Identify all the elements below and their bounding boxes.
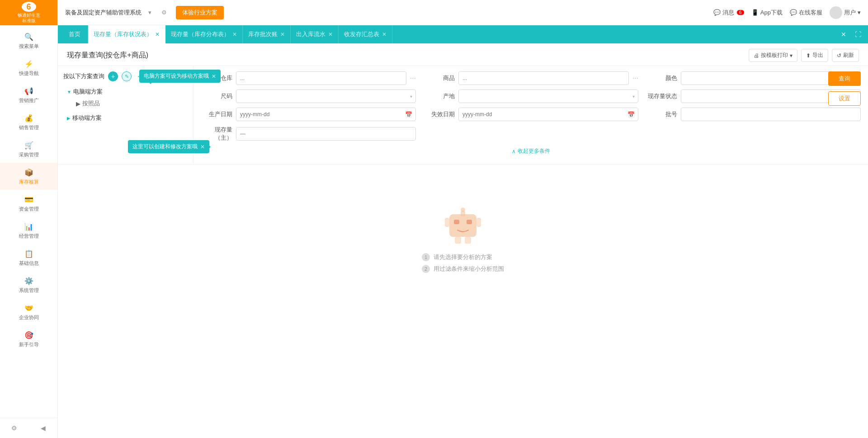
tab-inventory-status[interactable]: 现存量（库存状况表）✕: [88, 25, 165, 43]
scheme-desktop-item[interactable]: ▶ 按照品: [76, 98, 188, 109]
filter-scheme-panel: 按以下方案查询 + ✎ ← 电脑方案可设为移动方案哦 ✕ ▼: [58, 66, 193, 164]
sidebar-settings-btn[interactable]: ⚙: [8, 422, 21, 434]
nav-label-operations: 经营管理: [19, 233, 39, 240]
refresh-btn[interactable]: ↺ 刷新: [832, 49, 859, 62]
sidebar-item-inventory[interactable]: 📦 库存核算: [0, 163, 57, 190]
stock-main-input[interactable]: [236, 127, 416, 141]
expiry-date-input[interactable]: [458, 108, 638, 121]
sidebar-item-marketing[interactable]: 📢 营销推广: [0, 81, 57, 108]
export-btn[interactable]: ⬆ 导出: [801, 49, 828, 62]
empty-state: 1 请先选择要分析的方案 2 用过滤条件来缩小分析范围: [58, 165, 868, 313]
close-all-tabs-btn[interactable]: ✕: [837, 28, 850, 41]
online-support-btn[interactable]: 💬 在线客服: [790, 9, 822, 17]
sidebar-collapse-btn[interactable]: ◀: [37, 422, 49, 434]
content-area: 现存量查询(按仓库+商品) 🖨 按模板打印 ▾ ⬆ 导出 ↺ 刷新: [58, 43, 868, 438]
nav-label-guide: 快捷导航: [19, 70, 39, 77]
nav-icon-newbie: 🎯: [24, 330, 34, 340]
nav-label-basic: 基础信息: [19, 260, 39, 267]
sidebar-item-basic[interactable]: 📋 基础信息: [0, 244, 57, 271]
origin-label: 产地: [423, 92, 455, 100]
goods-more-btn[interactable]: ···: [632, 74, 638, 82]
logo-text: 畅通好生意 标准版: [18, 13, 40, 24]
warehouse-more-btn[interactable]: ···: [410, 74, 416, 82]
svg-rect-2: [467, 220, 472, 224]
filter-label: 按以下方案查询: [63, 72, 104, 80]
nav-label-inventory: 库存核算: [19, 179, 39, 185]
filter-batch-field: 批号: [646, 108, 861, 121]
sidebar-item-finance[interactable]: 💳 资金管理: [0, 190, 57, 217]
goods-label: 商品: [423, 74, 455, 82]
tooltip1-close-btn[interactable]: ✕: [212, 73, 216, 80]
nav-label-enterprise: 企业协同: [19, 314, 39, 321]
sidebar-item-newbie[interactable]: 🎯 新手引导: [0, 325, 57, 353]
size-select[interactable]: [236, 89, 416, 103]
sidebar-item-enterprise[interactable]: 🤝 企业协同: [0, 298, 57, 325]
tab-collect[interactable]: 收发存汇总表✕: [339, 25, 392, 43]
empty-step-1: 1 请先选择要分析的方案: [422, 253, 504, 261]
collapse-icon: ∧: [512, 148, 516, 155]
notification-label: 消息: [722, 9, 734, 17]
nav-icon-finance: 💳: [24, 194, 34, 204]
sidebar-item-operations[interactable]: 📊 经营管理: [0, 217, 57, 244]
tab-close-inventory-status[interactable]: ✕: [155, 31, 160, 38]
prod-date-input[interactable]: [236, 108, 416, 121]
query-btn[interactable]: 查询: [828, 71, 861, 86]
nav-icon-basic: 📋: [24, 249, 34, 259]
user-menu-btn[interactable]: 用户 ▾: [830, 6, 861, 19]
sidebar-item-system[interactable]: ⚙️ 系统管理: [0, 271, 57, 298]
warehouse-input[interactable]: [236, 71, 406, 85]
system-dropdown-btn[interactable]: ▾: [145, 8, 154, 17]
tab-inventory-dist[interactable]: 现存量（库存分布表）✕: [165, 25, 243, 43]
tab-batch[interactable]: 库存批次账✕: [243, 25, 291, 43]
batch-input[interactable]: [681, 108, 861, 121]
nav-icon-marketing: 📢: [24, 86, 34, 96]
reset-btn[interactable]: 设置: [828, 91, 861, 106]
tab-label-home: 首页: [69, 30, 80, 38]
origin-select[interactable]: [458, 89, 638, 103]
topbar-settings-btn[interactable]: ⚙: [158, 6, 170, 19]
print-btn[interactable]: 🖨 按模板打印 ▾: [749, 49, 797, 62]
tab-close-inventory-dist[interactable]: ✕: [232, 31, 237, 38]
notification-btn[interactable]: 💬 消息 6: [713, 9, 744, 17]
prod-date-label: 生产日期: [201, 110, 232, 118]
nav-label-sales: 销售管理: [19, 124, 39, 131]
filter-expiry-date-field: 失效日期 📅: [423, 108, 638, 121]
goods-input[interactable]: [458, 71, 629, 85]
edit-scheme-btn[interactable]: ✎: [122, 71, 132, 81]
collapse-more-btn[interactable]: ∧ 收起更多条件: [201, 144, 861, 159]
empty-step-2-text: 用过滤条件来缩小分析范围: [434, 265, 504, 273]
sidebar-item-purchase[interactable]: 🛒 采购管理: [0, 136, 57, 163]
filter-origin-field: 产地 ▾: [423, 89, 638, 103]
nav-label-marketing: 营销推广: [19, 97, 39, 104]
sidebar-nav: 🔍 搜索菜单 ⚡ 快捷导航 📢 营销推广 💰 销售管理 🛒 采购管理 📦 库存核…: [0, 25, 57, 418]
fullscreen-btn[interactable]: ⛶: [852, 28, 864, 41]
tab-inout[interactable]: 出入库流水✕: [291, 25, 339, 43]
sidebar-item-sales[interactable]: 💰 销售管理: [0, 108, 57, 136]
system-name: 装备及固定资产辅助管理系统: [65, 9, 142, 17]
filter-row-2: 尺码 ▾ 产地 ▾: [201, 89, 861, 103]
nav-icon-enterprise: 🤝: [24, 303, 34, 313]
expiry-date-icon[interactable]: 📅: [627, 111, 635, 118]
tab-close-collect[interactable]: ✕: [382, 31, 387, 38]
add-scheme-btn[interactable]: +: [108, 71, 118, 81]
tab-home[interactable]: 首页: [61, 25, 88, 43]
prod-date-icon[interactable]: 📅: [405, 111, 412, 118]
tooltip2-close-btn[interactable]: ✕: [200, 144, 205, 150]
nav-icon-system: ⚙️: [24, 276, 34, 286]
tabs-right-btns: ✕ ⛶: [837, 28, 864, 41]
svg-rect-8: [465, 237, 471, 244]
tab-label-inventory-dist: 现存量（库存分布表）: [171, 30, 230, 38]
sidebar-item-guide[interactable]: ⚡ 快捷导航: [0, 54, 57, 81]
desktop-scheme-label: 电脑端方案: [73, 88, 103, 96]
industry-btn[interactable]: 体验行业方案: [176, 6, 224, 19]
filter-row-3: 生产日期 📅 失效日期 📅: [201, 108, 861, 121]
tab-close-batch[interactable]: ✕: [280, 31, 285, 38]
tab-close-inout[interactable]: ✕: [328, 31, 333, 38]
scheme-mobile[interactable]: ▶ 移动端方案: [67, 112, 188, 124]
nav-icon-guide: ⚡: [24, 59, 34, 69]
scheme-desktop[interactable]: ▼ 电脑端方案: [67, 86, 188, 98]
desktop-sub-item-label: 按照品: [82, 99, 100, 108]
tab-label-collect: 收发存汇总表: [344, 30, 379, 38]
app-download-btn[interactable]: 📱 App下载: [751, 9, 783, 17]
sidebar-item-search[interactable]: 🔍 搜索菜单: [0, 27, 57, 54]
